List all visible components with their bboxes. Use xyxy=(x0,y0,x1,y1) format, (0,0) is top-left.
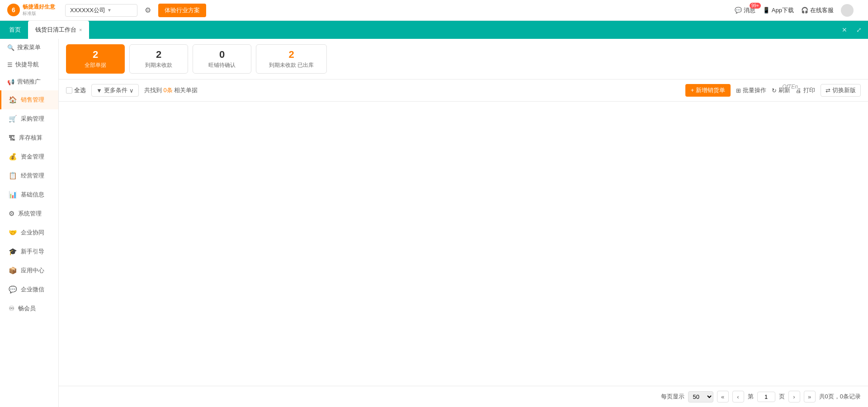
quick-nav-icon: ☰ xyxy=(7,61,13,68)
nav-tabs: 首页 钱货日清工作台 × ✕ ⤢ xyxy=(0,21,868,39)
batch-icon: ⊞ xyxy=(736,87,741,94)
logo-area: 6 畅捷通好生意 标准版 xyxy=(7,4,61,16)
stat-cards: 2 全部单据 2 到期未收款 0 旺铺待确认 2 到期未收款 已出库 xyxy=(59,39,868,80)
logo-icon: 6 xyxy=(7,4,20,16)
add-sale-order-button[interactable]: + 新增销货单 xyxy=(685,84,731,97)
stat-card-shipped[interactable]: 2 到期未收款 已出库 xyxy=(256,44,327,74)
system-icon: ⚙ xyxy=(9,210,14,218)
sidebar-item-search[interactable]: 🔍 搜索菜单 xyxy=(0,39,58,56)
select-all-label: 全选 xyxy=(74,86,86,94)
toolbar: 全选 ▼ 更多条件 ∨ 共找到 0条 相关单据 + 新增销货单 ⊞ 批量操作 ↻ xyxy=(59,80,868,102)
coop-icon: 🤝 xyxy=(9,229,17,237)
main-content: 2 全部单据 2 到期未收款 0 旺铺待确认 2 到期未收款 已出库 xyxy=(59,39,868,407)
found-number: 0条 xyxy=(164,87,173,94)
filter-icon: ▼ xyxy=(96,87,102,94)
main-layout: 🔍 搜索菜单 ☰ 快捷导航 📢 营销推广 🏠 销售管理 🛒 采购管理 🏗 库存核… xyxy=(0,39,868,407)
sidebar-item-member[interactable]: ♾ 畅会员 xyxy=(0,299,58,318)
message-icon: 💬 xyxy=(735,7,742,14)
stat-all-number: 2 xyxy=(93,49,98,61)
last-page-button[interactable]: » xyxy=(804,391,816,402)
sidebar-item-operations[interactable]: 📋 经营管理 xyxy=(0,166,58,185)
per-page-label: 每页显示 xyxy=(661,393,684,401)
avatar[interactable] xyxy=(841,4,854,17)
base-icon: 📊 xyxy=(9,191,17,199)
sidebar-item-purchase[interactable]: 🛒 采购管理 xyxy=(0,109,58,128)
stat-card-overdue[interactable]: 2 到期未收款 xyxy=(129,44,188,74)
sales-icon: 🏠 xyxy=(9,96,17,104)
print-button[interactable]: 🖨 打印 xyxy=(796,86,815,94)
stat-wangpu-label: 旺铺待确认 xyxy=(208,61,236,69)
inventory-icon: 🏗 xyxy=(9,134,15,142)
per-page-select[interactable]: 50 100 200 xyxy=(688,391,713,402)
sidebar-inventory-label: 库存核算 xyxy=(19,134,42,142)
tab-daily-work[interactable]: 钱货日清工作台 × xyxy=(28,21,89,39)
often-label: OfTEn xyxy=(782,84,798,90)
capital-icon: 💰 xyxy=(9,153,17,161)
close-tab-icon[interactable]: × xyxy=(79,27,82,33)
sidebar-coop-label: 企业协同 xyxy=(21,229,44,237)
top-bar: 6 畅捷通好生意 标准版 XXXXXX公司 ▼ ⚙ 体验行业方案 💬 消息 99… xyxy=(0,0,868,21)
sidebar-wechat-label: 企业微信 xyxy=(21,285,44,294)
sidebar-item-promo[interactable]: 📢 营销推广 xyxy=(0,73,58,90)
table-area xyxy=(59,102,868,386)
prev-page-button[interactable]: ‹ xyxy=(732,391,744,402)
online-service-button[interactable]: 🎧 在线客服 xyxy=(801,6,834,14)
sidebar-item-guide[interactable]: 🎓 新手引导 xyxy=(0,242,58,261)
next-page-button[interactable]: › xyxy=(788,391,800,402)
sidebar-operations-label: 经营管理 xyxy=(21,172,44,180)
sidebar-item-coop[interactable]: 🤝 企业协同 xyxy=(0,223,58,242)
company-selector[interactable]: XXXXXX公司 ▼ xyxy=(65,4,137,17)
close-window-button[interactable]: ✕ xyxy=(839,24,850,35)
first-page-button[interactable]: « xyxy=(717,391,729,402)
quick-nav-label: 快捷导航 xyxy=(15,61,39,69)
stat-card-wangpu[interactable]: 0 旺铺待确认 xyxy=(193,44,251,74)
search-label: 搜索菜单 xyxy=(17,43,41,51)
refresh-icon: ↻ xyxy=(772,87,777,94)
sidebar-sales-label: 销售管理 xyxy=(21,96,44,104)
filter-button[interactable]: ▼ 更多条件 ∨ xyxy=(91,84,139,97)
sidebar-item-sales[interactable]: 🏠 销售管理 xyxy=(0,90,58,109)
sidebar-item-inventory[interactable]: 🏗 库存核算 xyxy=(0,128,58,147)
sidebar-capital-label: 资金管理 xyxy=(21,153,44,161)
logo-sub: 标准版 xyxy=(23,10,55,17)
select-all-checkbox[interactable]: 全选 xyxy=(66,86,86,94)
sidebar-item-capital[interactable]: 💰 资金管理 xyxy=(0,147,58,166)
promo-icon: 📢 xyxy=(7,79,14,85)
sidebar-item-wechat[interactable]: 💬 企业微信 xyxy=(0,280,58,299)
stat-overdue-label: 到期未收款 xyxy=(145,61,172,69)
sidebar: 🔍 搜索菜单 ☰ 快捷导航 📢 营销推广 🏠 销售管理 🛒 采购管理 🏗 库存核… xyxy=(0,39,59,407)
app-download-button[interactable]: 📱 App下载 xyxy=(763,6,794,14)
toolbar-right: + 新增销货单 ⊞ 批量操作 ↻ 刷新 🖨 打印 ⇄ 切换新版 xyxy=(685,84,861,97)
daily-work-tab-label: 钱货日清工作台 xyxy=(35,26,76,34)
sidebar-item-appstore[interactable]: 📦 应用中心 xyxy=(0,261,58,280)
operations-icon: 📋 xyxy=(9,172,17,180)
sidebar-item-system[interactable]: ⚙ 系统管理 xyxy=(0,204,58,223)
print-label: 打印 xyxy=(803,86,815,94)
stat-overdue-number: 2 xyxy=(156,49,161,61)
message-button[interactable]: 💬 消息 99+ xyxy=(735,6,755,14)
tab-home[interactable]: 首页 xyxy=(2,21,28,39)
sidebar-item-base[interactable]: 📊 基础信息 xyxy=(0,185,58,204)
top-bar-right: 💬 消息 99+ 📱 App下载 🎧 在线客服 xyxy=(735,4,861,17)
wechat-icon: 💬 xyxy=(9,285,17,294)
sidebar-member-label: 畅会员 xyxy=(18,304,36,313)
filter-label: 更多条件 xyxy=(104,86,127,94)
page-label: 第 xyxy=(748,393,754,401)
expand-window-button[interactable]: ⤢ xyxy=(854,24,864,35)
sidebar-item-quick-nav[interactable]: ☰ 快捷导航 xyxy=(0,56,58,73)
service-icon: 🎧 xyxy=(801,7,808,14)
logo-text: 畅捷通好生意 xyxy=(23,4,55,10)
batch-operation-button[interactable]: ⊞ 批量操作 xyxy=(736,86,766,94)
trial-button[interactable]: 体验行业方案 xyxy=(158,4,206,17)
sidebar-system-label: 系统管理 xyxy=(18,210,42,218)
top-bar-left: 6 畅捷通好生意 标准版 XXXXXX公司 ▼ ⚙ 体验行业方案 xyxy=(7,4,206,17)
switch-version-button[interactable]: ⇄ 切换新版 xyxy=(821,84,861,97)
stat-card-all[interactable]: 2 全部单据 xyxy=(66,44,125,74)
company-name: XXXXXX公司 xyxy=(70,6,105,14)
page-unit: 页 xyxy=(779,393,785,401)
stat-shipped-label: 到期未收款 已出库 xyxy=(269,61,314,69)
settings-button[interactable]: ⚙ xyxy=(141,4,155,17)
page-number-input[interactable] xyxy=(757,392,775,402)
service-label: 在线客服 xyxy=(810,6,834,14)
switch-label: 切换新版 xyxy=(832,86,856,94)
